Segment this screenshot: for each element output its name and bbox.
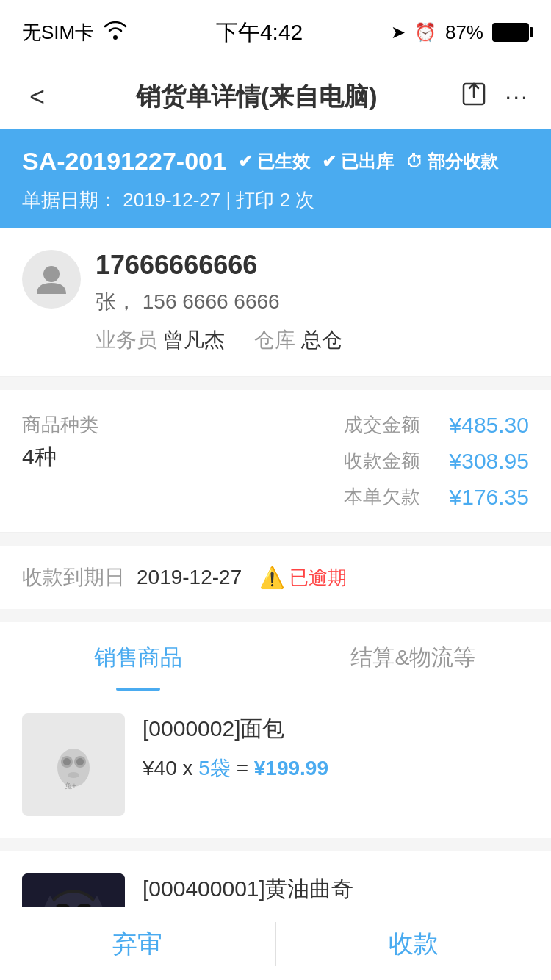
battery-percent: 87% xyxy=(445,21,483,44)
check-icon-1: ✔ xyxy=(238,151,253,172)
customer-id: 17666666666 xyxy=(96,250,529,281)
customer-phone-number: 156 6666 6666 xyxy=(143,290,280,313)
clock-icon: ⏱ xyxy=(406,151,423,172)
order-header: SA-20191227-001 ✔ 已生效 ✔ 已出库 ⏱ 部分收款 单据日期：… xyxy=(0,129,551,228)
svg-point-6 xyxy=(76,758,84,765)
received-value: ¥308.95 xyxy=(450,449,529,474)
status-badge-effective: ✔ 已生效 xyxy=(238,150,310,173)
warehouse-name: 总仓 xyxy=(301,326,342,354)
date-label: 单据日期： xyxy=(22,189,118,211)
wifi-icon xyxy=(103,21,128,45)
due-label: 收款到期日 xyxy=(22,563,125,591)
product-item: 兔+ [0000002]面包 ¥40 x 5袋 = ¥199.99 xyxy=(0,691,551,838)
location-icon: ➤ xyxy=(391,22,406,43)
amount-row: 成交金额 ¥485.30 xyxy=(344,412,529,438)
customer-phone: 张， 156 6666 6666 xyxy=(96,288,529,316)
due-section: 收款到期日 2019-12-27 ⚠️ 已逾期 xyxy=(0,546,551,609)
alarm-icon: ⏰ xyxy=(414,22,436,43)
bottom-bar: 弃审 收款 xyxy=(0,907,551,980)
tab-products[interactable]: 销售商品 xyxy=(0,622,276,691)
customer-section: 17666666666 张， 156 6666 6666 业务员 曾凡杰 仓库 … xyxy=(0,228,551,377)
category-label: 商品种类 xyxy=(22,412,98,438)
bread-total: ¥199.99 xyxy=(254,757,328,779)
warehouse-info: 仓库 总仓 xyxy=(254,326,342,354)
bread-unit-price: ¥40 xyxy=(143,757,177,779)
status-badge-partial: ⏱ 部分收款 xyxy=(406,150,498,173)
status-partial-text: 部分收款 xyxy=(428,150,498,173)
summary-section: 商品种类 4种 成交金额 ¥485.30 收款金额 ¥308.95 本单欠款 ¥… xyxy=(0,390,551,533)
order-meta: 单据日期： 2019-12-27 | 打印 2 次 xyxy=(22,187,529,213)
status-shipped-text: 已出库 xyxy=(341,150,394,173)
order-date: 2019-12-27 xyxy=(123,189,220,211)
sales-name: 曾凡杰 xyxy=(163,326,225,354)
product-image-bread: 兔+ xyxy=(22,713,125,816)
due-date-value: 2019-12-27 xyxy=(137,566,242,589)
bread-equals: = xyxy=(237,757,254,779)
overdue-badge: ⚠️ 已逾期 xyxy=(259,565,347,591)
cancel-audit-button[interactable]: 弃审 xyxy=(0,912,276,976)
status-badge-shipped: ✔ 已出库 xyxy=(322,150,394,173)
svg-text:兔+: 兔+ xyxy=(65,782,76,790)
warehouse-label: 仓库 xyxy=(254,326,295,354)
tabs: 销售商品 结算&物流等 xyxy=(0,622,551,691)
customer-info: 17666666666 张， 156 6666 6666 业务员 曾凡杰 仓库 … xyxy=(96,250,529,354)
status-effective-text: 已生效 xyxy=(257,150,310,173)
share-button[interactable] xyxy=(461,81,487,112)
page-title: 销货单详情(来自电脑) xyxy=(136,80,378,114)
bread-qty: 5袋 xyxy=(198,757,231,779)
summary-left: 商品种类 4种 xyxy=(22,412,98,472)
print-info: | 打印 2 次 xyxy=(226,189,314,211)
more-button[interactable]: ··· xyxy=(505,83,529,110)
debt-row: 本单欠款 ¥176.35 xyxy=(344,484,529,510)
time-display: 下午4:42 xyxy=(216,18,303,48)
collect-payment-button[interactable]: 收款 xyxy=(276,912,552,976)
product-price-bread: ¥40 x 5袋 = ¥199.99 xyxy=(143,754,529,782)
summary-right: 成交金额 ¥485.30 收款金额 ¥308.95 本单欠款 ¥176.35 xyxy=(344,412,529,510)
nav-bar: < 销货单详情(来自电脑) ··· xyxy=(0,65,551,129)
amount-label: 成交金额 xyxy=(344,412,420,438)
check-icon-2: ✔ xyxy=(322,151,336,172)
sales-label: 业务员 xyxy=(96,326,157,354)
status-left: 无SIM卡 xyxy=(22,20,128,46)
bread-multiply: x xyxy=(183,757,199,779)
battery-icon xyxy=(492,23,529,42)
product-name-cookie: [000400001]黄油曲奇 xyxy=(143,873,529,904)
svg-point-5 xyxy=(63,758,71,765)
tab-products-label: 销售商品 xyxy=(94,645,182,669)
debt-label: 本单欠款 xyxy=(344,484,420,510)
avatar xyxy=(22,250,81,309)
status-bar: 无SIM卡 下午4:42 ➤ ⏰ 87% xyxy=(0,0,551,65)
sales-info: 业务员 曾凡杰 xyxy=(96,326,225,354)
overdue-icon: ⚠️ xyxy=(259,566,285,590)
svg-point-1 xyxy=(43,266,60,282)
status-right: ➤ ⏰ 87% xyxy=(391,21,529,44)
customer-name-text: 张， xyxy=(96,290,137,313)
tabs-container: 销售商品 结算&物流等 xyxy=(0,622,551,691)
amount-value: ¥485.30 xyxy=(450,413,529,438)
received-label: 收款金额 xyxy=(344,448,420,474)
product-name-bread: [0000002]面包 xyxy=(143,713,529,744)
debt-value: ¥176.35 xyxy=(450,485,529,510)
carrier-text: 无SIM卡 xyxy=(22,20,94,46)
tab-settlement[interactable]: 结算&物流等 xyxy=(276,622,551,691)
back-button[interactable]: < xyxy=(22,74,52,120)
customer-meta: 业务员 曾凡杰 仓库 总仓 xyxy=(96,326,529,354)
tab-settlement-label: 结算&物流等 xyxy=(350,645,475,669)
order-id-row: SA-20191227-001 ✔ 已生效 ✔ 已出库 ⏱ 部分收款 xyxy=(22,147,529,176)
category-value: 4种 xyxy=(22,442,98,472)
overdue-text: 已逾期 xyxy=(289,565,347,591)
svg-point-7 xyxy=(68,772,79,778)
order-id: SA-20191227-001 xyxy=(22,147,226,176)
received-row: 收款金额 ¥308.95 xyxy=(344,448,529,474)
product-info-bread: [0000002]面包 ¥40 x 5袋 = ¥199.99 xyxy=(143,713,529,782)
nav-actions: ··· xyxy=(461,81,529,112)
